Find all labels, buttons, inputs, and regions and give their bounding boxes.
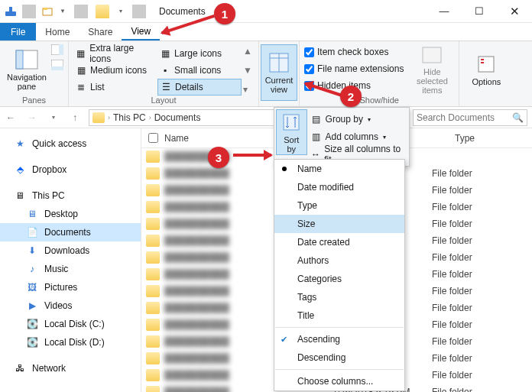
current-view-button[interactable]: Current view	[261, 44, 297, 101]
folder-icon	[146, 251, 160, 264]
item-check-boxes-toggle[interactable]: Item check boxes	[304, 44, 404, 60]
hide-selected-items-button[interactable]: Hide selected items	[410, 44, 454, 95]
breadcrumb-thispc[interactable]: This PC	[113, 112, 146, 123]
layout-large[interactable]: ▦Large icons	[157, 45, 242, 62]
svg-rect-16	[481, 62, 484, 63]
column-type[interactable]: Type	[455, 133, 532, 144]
folder-icon	[146, 386, 160, 392]
navigation-pane-button[interactable]: Navigation pane	[5, 44, 49, 95]
choose-columns[interactable]: Choose columns...	[274, 372, 404, 390]
nav-quick-access[interactable]: ★Quick access	[0, 134, 141, 153]
documents-icon: 📄	[26, 226, 38, 238]
nav-desktop[interactable]: 🖥Desktop	[0, 205, 141, 223]
sort-size[interactable]: Size	[274, 215, 404, 233]
nav-music[interactable]: ♪Music	[0, 260, 141, 278]
nav-videos[interactable]: ▶Videos	[0, 296, 141, 315]
add-columns-icon: ▥	[310, 131, 323, 143]
nav-pictures[interactable]: 🖼Pictures	[0, 278, 141, 296]
svg-rect-3	[44, 8, 47, 10]
preview-pane-icon[interactable]	[51, 44, 63, 55]
folder-icon	[92, 112, 105, 123]
sort-title[interactable]: Title	[274, 306, 404, 325]
maximize-button[interactable]: ☐	[462, 0, 497, 23]
svg-rect-7	[59, 44, 63, 55]
titlebar: ▼ ▾ Documents — ☐ ✕	[0, 0, 532, 23]
sort-tags[interactable]: Tags	[274, 288, 404, 306]
group-layout-label: Layout	[151, 96, 176, 106]
add-columns-button[interactable]: ▥Add columns▾	[309, 128, 406, 145]
options-button[interactable]: Options	[464, 44, 508, 95]
sort-ascending[interactable]: ✔Ascending	[274, 330, 404, 348]
row-name: ██████████	[164, 202, 287, 212]
group-by-button[interactable]: ▤Group by▾	[309, 111, 406, 128]
pc-icon: 🖥	[14, 190, 26, 202]
sort-date-created[interactable]: Date created	[274, 233, 404, 251]
callout-2: 2	[340, 86, 362, 107]
forward-button[interactable]: →	[21, 107, 43, 128]
layout-details[interactable]: ☰Details	[157, 79, 242, 96]
details-pane-icon[interactable]	[51, 60, 63, 70]
properties-icon[interactable]	[4, 5, 18, 18]
layout-list[interactable]: ≣List	[73, 79, 157, 96]
new-folder-icon[interactable]	[41, 5, 54, 18]
back-button[interactable]: ←	[0, 107, 21, 128]
check-icon: ✔	[281, 335, 287, 345]
tab-home[interactable]: Home	[36, 23, 79, 40]
minimize-button[interactable]: —	[427, 0, 462, 23]
nav-downloads[interactable]: ⬇Downloads	[0, 241, 141, 260]
sort-type[interactable]: Type	[274, 196, 404, 215]
sort-authors[interactable]: Authors	[274, 251, 404, 270]
layout-medium[interactable]: ▦Medium icons	[73, 62, 157, 79]
sort-by-menu: Name Date modified Type Size Date create…	[274, 159, 405, 391]
scroll-more-icon[interactable]: ▾	[243, 84, 254, 95]
layout-small[interactable]: ▪Small icons	[157, 62, 242, 79]
row-type: File folder	[432, 353, 472, 364]
hide-selected-icon	[420, 44, 443, 66]
arrow-3	[233, 154, 271, 157]
navigation-pane-label: Navigation pane	[7, 73, 47, 91]
sort-descending[interactable]: Descending	[274, 348, 404, 367]
file-name-extensions-toggle[interactable]: File name extensions	[304, 61, 404, 76]
nav-documents[interactable]: 📄Documents	[0, 223, 141, 241]
separator	[275, 327, 404, 328]
search-placeholder: Search Documents	[417, 112, 495, 123]
sort-by-button[interactable]: Sort by	[276, 109, 307, 155]
search-input[interactable]: Search Documents 🔍	[413, 109, 527, 126]
radio-selected-icon	[282, 167, 287, 171]
current-view-dropdown: Sort by ▤Group by▾ ▥Add columns▾ ↔Size a…	[274, 107, 410, 167]
separator	[22, 5, 36, 18]
sort-name[interactable]: Name	[274, 160, 404, 178]
folder-icon	[146, 201, 160, 213]
nav-disk-d[interactable]: 💽Local Disk (D:)	[0, 333, 141, 352]
ribbon-tabs: File Home Share View	[0, 23, 532, 41]
chevron-down-icon: ▾	[368, 116, 371, 123]
sort-categories[interactable]: Categories	[274, 270, 404, 288]
row-name: ██████████	[164, 235, 287, 246]
nav-thispc[interactable]: 🖥This PC	[0, 186, 141, 205]
nav-disk-c[interactable]: 💽Local Disk (C:)	[0, 315, 141, 333]
caret-icon[interactable]: ▾	[114, 5, 128, 18]
folder-icon	[146, 352, 160, 364]
tab-share[interactable]: Share	[79, 23, 122, 40]
scroll-down-icon[interactable]: ▼	[243, 65, 254, 76]
row-name: ██████████	[164, 303, 287, 313]
callout-3: 3	[208, 147, 229, 168]
layout-extra-large[interactable]: ▦Extra large icons	[73, 45, 157, 62]
nav-dropbox[interactable]: ⬘Dropbox	[0, 160, 141, 179]
nav-network[interactable]: 🖧Network	[0, 359, 141, 377]
dropbox-icon: ⬘	[14, 164, 26, 176]
row-type: File folder	[432, 202, 472, 212]
dropdown-icon[interactable]: ▼	[56, 5, 70, 18]
svg-rect-13	[423, 47, 441, 63]
select-all-checkbox[interactable]	[148, 133, 158, 143]
row-type: File folder	[432, 219, 472, 229]
videos-icon: ▶	[26, 300, 38, 312]
breadcrumb-documents[interactable]: Documents	[154, 112, 201, 123]
sort-date-modified[interactable]: Date modified	[274, 178, 404, 196]
tab-file[interactable]: File	[0, 23, 36, 40]
row-type: File folder	[432, 387, 472, 392]
scroll-up-icon[interactable]: ▲	[243, 46, 254, 57]
close-button[interactable]: ✕	[497, 0, 532, 23]
up-button[interactable]: ↑	[64, 107, 86, 128]
recent-locations-button[interactable]: ▾	[43, 107, 64, 128]
